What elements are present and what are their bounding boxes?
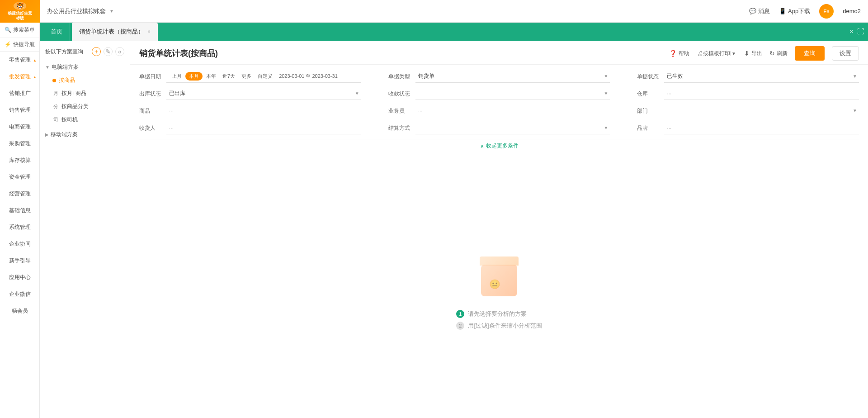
tab-fullscreen-btn[interactable]: ⛶ (857, 28, 864, 36)
sidebar-search[interactable]: 🔍 搜索菜单 (0, 23, 39, 38)
help-btn[interactable]: ❓ 帮助 (669, 50, 689, 57)
sidebar-item-operation[interactable]: 经营管理 (0, 185, 39, 202)
sidebar-nav[interactable]: ⚡ 快捷导航 (0, 38, 39, 52)
date-tab-thismonth[interactable]: 本月 (185, 72, 203, 81)
filter-staff: 业务员 ··· (388, 104, 610, 117)
brand-control[interactable]: ··· (664, 122, 859, 134)
settle-control[interactable]: ▼ (415, 122, 610, 134)
out-status-control[interactable]: 已出库 ▼ (166, 87, 361, 100)
brand-dots[interactable]: ··· (667, 125, 671, 131)
type-control[interactable]: 销货单 ▼ (415, 70, 610, 83)
sidebar-item-purchase[interactable]: 采购管理 (0, 135, 39, 152)
sidebar-item-finance[interactable]: 资金管理 (0, 169, 39, 185)
dept-caret[interactable]: ▼ (853, 108, 857, 113)
page-title: 销货单统计表(按商品) (139, 48, 218, 59)
scheme-item-by-goods[interactable]: 按商品 (40, 74, 130, 87)
box-face: 😐 (489, 279, 500, 290)
sidebar-item-guide[interactable]: 新手引导 (0, 252, 39, 269)
filter-row-3: 商品 ··· 业务员 ··· 部门 (139, 104, 859, 117)
print-dropdown-icon[interactable]: ▼ (730, 51, 737, 56)
settle-label: 结算方式 (388, 124, 415, 132)
date-control[interactable]: 上月 本月 本年 近7天 更多 自定义 2023-03-01 至 2023-03… (166, 70, 361, 83)
scheme-collapse-btn[interactable]: « (115, 47, 124, 56)
scheme-dot (52, 79, 56, 82)
goods-dots[interactable]: ··· (169, 108, 174, 114)
settle-caret[interactable]: ▼ (604, 125, 608, 130)
user-name[interactable]: demo2 (843, 8, 861, 14)
status-value: 已生效 (667, 72, 683, 80)
refresh-btn[interactable]: ↻ 刷新 (769, 50, 788, 57)
dept-control[interactable]: ▼ (664, 104, 859, 117)
empty-hint-2: 2 用[过滤]条件来缩小分析范围 (456, 322, 542, 330)
date-tab-7days[interactable]: 近7天 (220, 72, 238, 81)
date-tab-more[interactable]: 更多 (239, 72, 254, 81)
tab-home[interactable]: 首页 (43, 23, 70, 41)
print-btn[interactable]: 🖨 按模板打印 ▼ (697, 50, 737, 57)
filter-dept: 部门 ▼ (637, 104, 859, 117)
sidebar-item-system[interactable]: 系统管理 (0, 219, 39, 236)
sidebar-item-retail[interactable]: 零售管理 (0, 52, 39, 68)
scheme-item-by-driver[interactable]: 司 按司机 (40, 113, 130, 126)
tab-minimize-btn[interactable]: × (849, 28, 854, 36)
scheme-group-mobile: ▶ 移动端方案 (40, 128, 130, 141)
scheme-edit-btn[interactable]: ✎ (104, 47, 113, 56)
sidebar-item-appCenter[interactable]: 应用中心 (0, 269, 39, 286)
sidebar-item-basic[interactable]: 基础信息 (0, 202, 39, 219)
mobile-group-label: 移动端方案 (51, 131, 78, 138)
sidebar-item-inventory[interactable]: 库存核算 (0, 152, 39, 169)
app-download-btn[interactable]: 📱 App下载 (779, 7, 810, 15)
receiver-dots[interactable]: ··· (169, 125, 174, 131)
right-content: 销货单统计表(按商品) ❓ 帮助 🖨 按模板打印 ▼ ⬇ 导出 (130, 41, 868, 418)
date-tab-thisyear[interactable]: 本年 (203, 72, 219, 81)
scheme-item-label: 按商品分类 (61, 103, 89, 110)
warehouse-label: 仓库 (637, 90, 664, 98)
out-status-caret[interactable]: ▼ (355, 91, 359, 96)
export-btn[interactable]: ⬇ 导出 (744, 50, 762, 57)
scheme-item-by-month-goods[interactable]: 月 按月+商品 (40, 87, 130, 100)
box-lid (480, 256, 519, 266)
scheme-icon-month: 月 (52, 90, 59, 97)
goods-control[interactable]: ··· (166, 104, 361, 117)
scheme-group-mobile-header[interactable]: ▶ 移动端方案 (40, 128, 130, 141)
settings-button[interactable]: 设置 (832, 46, 859, 61)
receiver-control[interactable]: ··· (166, 122, 361, 134)
sidebar-item-marketing[interactable]: 营销推广 (0, 85, 39, 102)
staff-control[interactable]: ··· (415, 104, 610, 117)
type-dropdown-icon[interactable]: ▼ (604, 74, 608, 79)
scheme-item-label: 按月+商品 (61, 90, 86, 97)
date-tab-custom[interactable]: 自定义 (255, 72, 275, 81)
sidebar-item-enterprise[interactable]: 企业协同 (0, 236, 39, 252)
status-dropdown-icon[interactable]: ▼ (853, 74, 857, 79)
scheme-add-btn[interactable]: + (92, 47, 101, 56)
scheme-group-pc-header[interactable]: ▼ 电脑端方案 (40, 61, 130, 74)
sidebar-item-ecommerce[interactable]: 电商管理 (0, 119, 39, 135)
sidebar-item-wholesale[interactable]: 批发管理 (0, 68, 39, 85)
status-control[interactable]: 已生效 ▼ (664, 70, 859, 83)
receive-status-control[interactable]: ▼ (415, 87, 610, 100)
collapse-more-btn[interactable]: ∧ 收起更多条件 (139, 139, 859, 152)
avatar: Ea (819, 4, 834, 19)
receive-status-caret[interactable]: ▼ (604, 91, 608, 96)
sidebar-item-sales[interactable]: 销售管理 (0, 102, 39, 119)
staff-label: 业务员 (388, 107, 415, 115)
staff-dots[interactable]: ··· (418, 108, 423, 114)
out-status-value: 已出库 (169, 90, 185, 97)
out-status-label: 出库状态 (139, 90, 166, 98)
query-button[interactable]: 查询 (795, 46, 825, 61)
sidebar-item-member[interactable]: 畅会员 (0, 303, 39, 319)
app-logo: 🐯 畅捷信好生意 标版 (0, 0, 40, 23)
tab-active[interactable]: 销货单统计表（按商品） × (72, 23, 158, 41)
scheme-item-by-category[interactable]: 分 按商品分类 (40, 100, 130, 113)
sidebar-item-wechat[interactable]: 企业微信 (0, 286, 39, 303)
date-tab-lastmonth[interactable]: 上月 (169, 72, 184, 81)
scheme-icon-driver: 司 (52, 117, 59, 123)
message-btn[interactable]: 💬 消息 (749, 7, 770, 15)
filter-date: 单据日期 上月 本月 本年 近7天 更多 自定义 2023-03-01 至 20… (139, 70, 361, 83)
workspace-selector[interactable]: 办公用品行业模拟账套 ▼ (47, 7, 114, 15)
pc-group-label: 电脑端方案 (52, 63, 79, 71)
export-icon: ⬇ (744, 50, 750, 57)
warehouse-dots[interactable]: ··· (667, 90, 671, 97)
tab-close-btn[interactable]: × (147, 28, 151, 35)
filter-row-2: 出库状态 已出库 ▼ 收款状态 ▼ (139, 87, 859, 100)
warehouse-control[interactable]: ··· (664, 87, 859, 100)
